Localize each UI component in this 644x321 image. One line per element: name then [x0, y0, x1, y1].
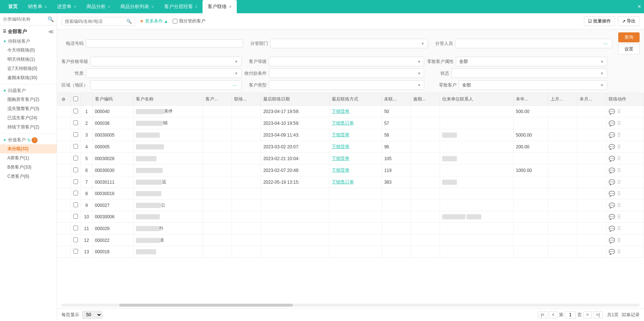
row-checkbox[interactable]	[73, 132, 78, 137]
col-last-contact-method[interactable]: 最后联络方式	[330, 93, 382, 106]
last-page-button[interactable]: >|	[593, 311, 603, 318]
row-last-contact-method[interactable]	[330, 211, 382, 223]
nav-tab-product-analysis-close[interactable]: ×	[108, 4, 110, 9]
query-button[interactable]: 查询	[618, 32, 640, 42]
sidebar-item-tomorrow[interactable]: 明天待联络(1)	[0, 55, 57, 64]
page-size-select[interactable]: 50 100 200	[82, 311, 102, 319]
row-checkbox[interactable]	[73, 179, 78, 184]
filter-person-select[interactable]: ···	[455, 39, 612, 48]
row-checkbox[interactable]	[73, 214, 78, 219]
col-this-month[interactable]: 本月...	[577, 93, 606, 106]
nav-tab-contact-close[interactable]: ×	[229, 4, 231, 9]
chat-icon[interactable]: 💬	[609, 179, 615, 185]
col-customer-name[interactable]: 客户名称	[133, 93, 203, 106]
my-customers-checkbox[interactable]: 我分管的客户	[173, 18, 205, 24]
sidebar-item-7days[interactable]: 近7天待联络(0)	[0, 64, 57, 73]
grid-action-icon[interactable]: ⠿	[617, 120, 621, 126]
row-last-contact-method[interactable]	[330, 188, 382, 200]
row-checkbox[interactable]	[73, 237, 78, 242]
col-customer-code[interactable]: 客户编码	[92, 93, 133, 106]
grid-action-icon[interactable]: ⠿	[617, 214, 621, 220]
batch-operation-button[interactable]: ☑ 批量操作	[584, 16, 615, 26]
chat-icon[interactable]: 💬	[609, 144, 615, 150]
row-last-contact-method[interactable]: 下销货单	[330, 106, 382, 117]
filter-status-select[interactable]: ▼	[451, 68, 607, 78]
filter-nature-select[interactable]: ▼	[86, 68, 242, 78]
sidebar-item-churned[interactable]: 已流失客户(24)	[0, 113, 57, 123]
col-setting[interactable]: ⚙	[57, 93, 70, 106]
nav-tab-product-list-close[interactable]: ×	[151, 4, 154, 9]
filter-retail-attr-select[interactable]: 全部▼	[456, 57, 607, 66]
chat-icon[interactable]: 💬	[609, 109, 615, 114]
chat-icon[interactable]: 💬	[609, 237, 615, 243]
sidebar-item-class-b[interactable]: B类客户(33)	[0, 163, 57, 172]
nav-tab-sales[interactable]: 销售单 ×	[23, 0, 52, 13]
chat-icon[interactable]: 💬	[609, 191, 615, 197]
filter-phone-input[interactable]	[86, 39, 243, 47]
row-checkbox[interactable]	[73, 156, 78, 160]
sidebar-item-declining[interactable]: 持续下滑客户(2)	[0, 123, 57, 132]
chat-icon[interactable]: 💬	[609, 167, 615, 173]
window-close-button[interactable]: ×	[638, 3, 641, 10]
nav-tab-segment-close[interactable]: ×	[195, 4, 197, 9]
horizontal-scrollbar[interactable]	[57, 301, 644, 308]
sidebar-item-class-a[interactable]: A类客户(1)	[0, 154, 57, 163]
grid-action-icon[interactable]: ⠿	[617, 237, 621, 243]
nav-tab-product-analysis-list[interactable]: 商品分析列表 ×	[115, 0, 159, 13]
sidebar-item-overdue[interactable]: 逾期未联络(30)	[0, 73, 57, 82]
row-last-contact-method[interactable]: 下销售订单	[330, 176, 382, 188]
row-last-contact-method[interactable]	[330, 246, 382, 258]
sidebar-item-ungraded[interactable]: 未分组(32)	[0, 144, 57, 154]
chat-icon[interactable]: 💬	[609, 120, 615, 126]
next-page-button[interactable]: >	[583, 311, 592, 318]
col-last-month[interactable]: 上月...	[548, 93, 577, 106]
page-number-input[interactable]	[565, 311, 576, 318]
row-last-contact-method[interactable]: 下销货单	[330, 129, 382, 141]
sidebar-item-churn-warning[interactable]: 流失预警客户(3)	[0, 104, 57, 113]
more-conditions-button[interactable]: ▼ 更多条件 ▲	[140, 18, 168, 24]
prev-page-button[interactable]: <	[549, 311, 557, 318]
grid-action-icon[interactable]: ⠿	[617, 144, 621, 150]
row-last-contact-method[interactable]	[330, 200, 382, 211]
nav-tab-home[interactable]: 首页	[3, 0, 23, 13]
chat-icon[interactable]: 💬	[609, 226, 615, 232]
col-last-contact-date[interactable]: 最后联络日期	[261, 93, 330, 106]
grid-action-icon[interactable]: ⠿	[617, 226, 621, 232]
export-button[interactable]: ↗ 导出	[618, 16, 640, 26]
grid-action-icon[interactable]: ⠿	[617, 132, 621, 138]
filter-customer-level-select[interactable]: ▼	[269, 57, 425, 66]
sidebar-item-class-c[interactable]: C类客户(6)	[0, 172, 57, 181]
filter-payment-select[interactable]: ▼	[269, 68, 425, 78]
chat-icon[interactable]: 💬	[609, 214, 615, 220]
col-contact-person[interactable]: 往来单位联系人	[440, 93, 513, 106]
select-all-checkbox[interactable]	[73, 96, 78, 101]
sidebar-item-abnormal[interactable]: 囤购异常客户(2)	[0, 95, 57, 104]
row-checkbox[interactable]	[73, 226, 78, 230]
row-last-contact-method[interactable]: 下销货单	[330, 153, 382, 165]
row-last-contact-method[interactable]	[330, 234, 382, 246]
filter-search-icon[interactable]: 🔍	[126, 19, 132, 24]
col-customer-type[interactable]: 客户...	[203, 93, 232, 106]
grid-action-icon[interactable]: ⠿	[617, 167, 621, 173]
nav-tab-product-analysis[interactable]: 商品分析 ×	[81, 0, 115, 13]
col-no-contact[interactable]: 未联...	[382, 93, 411, 106]
grid-action-icon[interactable]: ⠿	[617, 249, 621, 255]
row-checkbox[interactable]	[73, 167, 78, 172]
nav-tab-customer-segment[interactable]: 客户分层经客 ×	[159, 0, 203, 13]
row-checkbox[interactable]	[73, 191, 78, 195]
row-checkbox[interactable]	[73, 109, 78, 113]
reset-button[interactable]: 设置	[618, 44, 640, 54]
filter-dept-select[interactable]: ▼	[270, 39, 427, 48]
grid-action-icon[interactable]: ⠿	[617, 156, 621, 162]
row-checkbox[interactable]	[73, 249, 78, 254]
row-last-contact-method[interactable]	[330, 223, 382, 234]
sidebar-collapse-button[interactable]: ≪	[48, 29, 54, 35]
nav-tab-sales-close[interactable]: ×	[45, 4, 47, 9]
row-checkbox[interactable]	[73, 120, 78, 125]
filter-retail-customer-select[interactable]: 全部▼	[459, 80, 607, 90]
filter-price-select[interactable]: ▼	[90, 57, 242, 66]
first-page-button[interactable]: |<	[538, 311, 548, 318]
filter-search-input[interactable]	[65, 19, 126, 24]
grid-action-icon[interactable]: ⠿	[617, 179, 621, 185]
nav-tab-purchase-close[interactable]: ×	[74, 4, 76, 9]
